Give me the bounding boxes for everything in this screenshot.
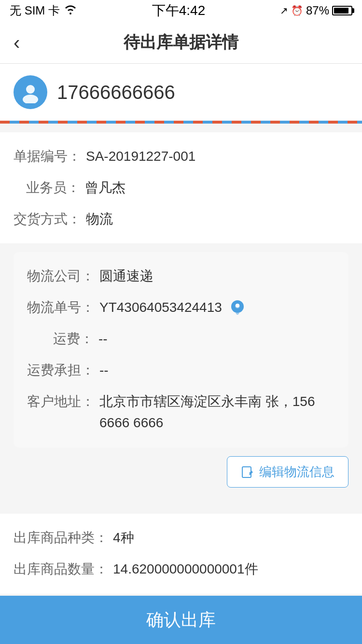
svg-point-1 (23, 95, 38, 103)
status-right: ↗ ⏰ 87% (280, 4, 352, 17)
salesperson-row: 业务员： 曾凡杰 (14, 177, 348, 199)
battery-percent: 87% (306, 4, 329, 17)
order-no-value: SA-20191227-001 (86, 146, 348, 168)
edit-logistics-button[interactable]: 编辑物流信息 (227, 456, 348, 488)
address-label: 客户地址： (27, 391, 99, 413)
avatar (14, 75, 47, 109)
confirm-btn-wrap: 确认出库 (0, 596, 362, 644)
address-value: 北京市市辖区海淀区永丰南 张，156 6666 6666 (99, 391, 335, 434)
freight-value: -- (98, 328, 335, 350)
quantity-label: 出库商品数量： (14, 559, 113, 580)
map-location-icon[interactable] (229, 299, 246, 317)
svg-rect-5 (242, 467, 251, 477)
types-value: 4种 (113, 527, 348, 549)
tracking-no-row: 物流单号： YT43064053424413 (27, 297, 335, 319)
logistics-company-row: 物流公司： 圆通速递 (27, 266, 335, 287)
status-left: 无 SIM 卡 (10, 3, 77, 18)
back-button[interactable]: ‹ (14, 33, 20, 52)
salesperson-label: 业务员： (14, 177, 85, 199)
freight-bearer-row: 运费承担： -- (27, 360, 335, 381)
alarm-icon: ⏰ (291, 5, 303, 16)
user-phone: 17666666666 (57, 82, 175, 103)
dashed-divider (0, 121, 362, 124)
logistics-company-label: 物流公司： (27, 266, 99, 287)
order-no-label: 单据编号： (14, 146, 86, 168)
svg-point-0 (26, 85, 35, 94)
quantity-value: 14.620000000000001件 (113, 559, 348, 580)
types-label: 出库商品种类： (14, 527, 113, 549)
delivery-method-value: 物流 (86, 209, 348, 230)
freight-bearer-value: -- (99, 360, 335, 381)
edit-logistics-wrap: 编辑物流信息 (0, 448, 362, 496)
location-status-icon: ↗ (280, 5, 288, 16)
status-bar: 无 SIM 卡 下午4:42 ↗ ⏰ 87% (0, 0, 362, 21)
freight-bearer-label: 运费承担： (27, 360, 99, 381)
confirm-outbound-button[interactable]: 确认出库 (0, 596, 362, 644)
types-row: 出库商品种类： 4种 (14, 527, 348, 549)
delivery-method-row: 交货方式： 物流 (14, 209, 348, 230)
battery-icon (332, 6, 352, 15)
nav-bar: ‹ 待出库单据详情 (0, 21, 362, 64)
basic-info-section: 单据编号： SA-20191227-001 业务员： 曾凡杰 交货方式： 物流 (0, 132, 362, 243)
freight-label: 运费： (27, 328, 98, 350)
wifi-icon (64, 4, 77, 17)
logistics-card: 物流公司： 圆通速递 物流单号： YT43064053424413 运费： --… (14, 252, 348, 448)
status-time: 下午4:42 (152, 1, 206, 20)
user-header: 17666666666 (0, 64, 362, 121)
edit-icon (241, 465, 254, 479)
tracking-no-value: YT43064053424413 (99, 297, 335, 319)
section-separator (0, 496, 362, 505)
salesperson-value: 曾凡杰 (85, 177, 348, 199)
svg-point-4 (236, 304, 239, 308)
avatar-icon (19, 81, 42, 103)
quantity-row: 出库商品数量： 14.620000000000001件 (14, 559, 348, 580)
address-row: 客户地址： 北京市市辖区海淀区永丰南 张，156 6666 6666 (27, 391, 335, 434)
delivery-method-label: 交货方式： (14, 209, 86, 230)
freight-row: 运费： -- (27, 328, 335, 350)
tracking-no-label: 物流单号： (27, 297, 99, 319)
outbound-info-section: 出库商品种类： 4种 出库商品数量： 14.620000000000001件 (0, 514, 362, 594)
carrier-label: 无 SIM 卡 (10, 3, 60, 18)
order-no-row: 单据编号： SA-20191227-001 (14, 146, 348, 168)
page-title: 待出库单据详情 (124, 31, 238, 54)
logistics-company-value: 圆通速递 (99, 266, 335, 287)
